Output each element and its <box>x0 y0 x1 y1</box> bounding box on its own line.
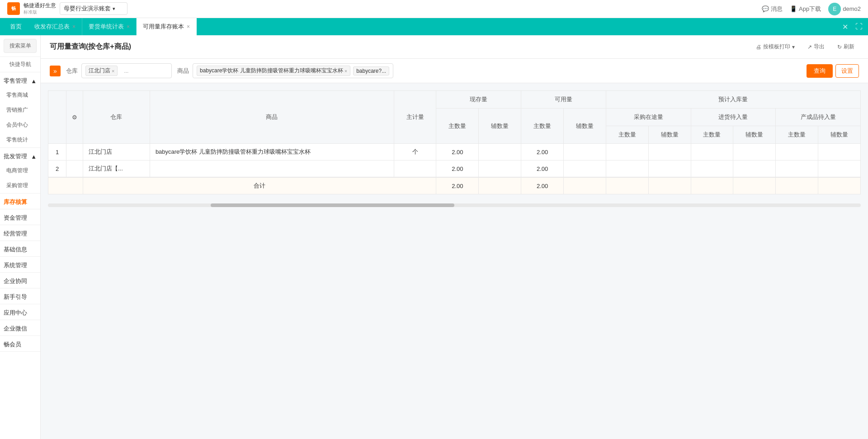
footer-p4 <box>733 177 776 194</box>
table-row: 2 江北门店【... 2.00 2.00 <box>48 160 861 178</box>
print-template-btn[interactable]: 🖨 按模板打印 ▾ <box>751 41 799 53</box>
footer-avail-main: 2.00 <box>521 177 564 194</box>
sidebar-item-retail-shop[interactable]: 零售商城 <box>0 88 40 103</box>
sidebar-group-basic-header[interactable]: 基础信息 <box>0 241 40 256</box>
product-tag-close-1[interactable]: × <box>344 68 347 74</box>
sidebar-group-wechat-header[interactable]: 企业微信 <box>0 320 40 335</box>
data-table: ⚙ 仓库 商品 主计量 现存量 可用量 预计入库量 主数量 辅数量 主数量 辅数… <box>48 90 861 194</box>
sidebar-group-wholesale: 批发管理 ▲ 电商管理 采购管理 <box>0 148 40 194</box>
cell-product-main <box>776 160 818 178</box>
sidebar-group-member2-header[interactable]: 畅会员 <box>0 336 40 351</box>
table-scrollbar[interactable] <box>48 203 861 207</box>
th-available: 可用量 <box>521 91 606 109</box>
table-scroll-thumb[interactable] <box>211 203 454 207</box>
export-icon: ↗ <box>807 44 812 50</box>
sidebar-group-appcenter-header[interactable]: 应用中心 <box>0 304 40 320</box>
warehouse-tag-close-1[interactable]: × <box>112 68 114 74</box>
product-input[interactable]: babycare学饮杯 儿童防摔防撞吸管杯重力球吸嘴杯宝宝水杯 × babyca… <box>193 63 393 78</box>
warehouse-input[interactable]: 江北门店 × ... <box>81 63 172 78</box>
sidebar-item-purchase[interactable]: 采购管理 <box>0 178 40 193</box>
tab-close-receive-send[interactable]: × <box>72 24 75 30</box>
sidebar-group-business: 经营管理 <box>0 225 40 241</box>
footer-p1 <box>606 177 648 194</box>
sidebar-group-enterprise-header[interactable]: 企业协同 <box>0 273 40 288</box>
sidebar-group-newguide: 新手引导 <box>0 288 40 304</box>
sidebar: 搜索菜单 快捷导航 零售管理 ▲ 零售商城 营销推广 会员中心 零售统计 批发管… <box>0 35 41 439</box>
th-forecast-in: 预计入库量 <box>606 91 860 109</box>
close-window-icon[interactable]: ✕ <box>840 21 850 33</box>
sidebar-group-wholesale-header[interactable]: 批发管理 ▲ <box>0 148 40 163</box>
th-avail-main-qty: 主数量 <box>521 109 564 144</box>
footer-empty <box>48 177 83 194</box>
sidebar-group-system-header[interactable]: 系统管理 <box>0 257 40 272</box>
tab-close-order-stat[interactable]: × <box>127 24 130 30</box>
sidebar-group-business-header[interactable]: 经营管理 <box>0 225 40 241</box>
tab-order-stat[interactable]: 要货单统计表 × <box>82 18 137 35</box>
chevron-down-icon: ▾ <box>113 6 115 12</box>
app-icon: 📱 <box>790 5 797 12</box>
th-product: 商品 <box>150 91 394 144</box>
footer-stock-main: 2.00 <box>436 177 479 194</box>
cell-product-aux <box>818 144 861 160</box>
cell-main-unit: 个 <box>394 144 436 160</box>
tab-receive-send[interactable]: 收发存汇总表 × <box>28 18 82 35</box>
settings-btn[interactable]: 设置 <box>835 64 859 78</box>
sidebar-quick-nav[interactable]: 快捷导航 <box>0 57 40 72</box>
sidebar-group-newguide-header[interactable]: 新手引导 <box>0 288 40 304</box>
top-bar-left: 畅 畅捷通好生意 标准版 母婴行业演示账套 ▾ <box>7 2 127 15</box>
refresh-icon: ↻ <box>837 44 842 50</box>
page-header-actions: 🖨 按模板打印 ▾ ↗ 导出 ↻ 刷新 <box>751 41 859 53</box>
sidebar-group-finance-header[interactable]: 资金管理 <box>0 209 40 225</box>
filter-expand-btn[interactable]: » <box>50 66 61 76</box>
product-tag-1: babycare学饮杯 儿童防摔防撞吸管杯重力球吸嘴杯宝宝水杯 × <box>197 66 350 76</box>
chevron-icon-wholesale: ▲ <box>31 153 37 160</box>
export-btn[interactable]: ↗ 导出 <box>803 41 829 53</box>
sidebar-group-retail-header[interactable]: 零售管理 ▲ <box>0 72 40 88</box>
sidebar-item-marketing[interactable]: 营销推广 <box>0 103 40 118</box>
filter-bar: » 仓库 江北门店 × ... 商品 babycare学饮杯 儿童防摔防撞吸管杯… <box>41 59 868 83</box>
footer-stock-aux <box>479 177 521 194</box>
th-stock-main-qty: 主数量 <box>436 109 479 144</box>
cell-purchase-aux <box>648 160 691 178</box>
th-stock-aux-qty: 辅数量 <box>479 109 521 144</box>
tab-close-available-stock[interactable]: × <box>187 24 190 30</box>
th-settings[interactable]: ⚙ <box>66 91 83 144</box>
table-row: 1 江北门店 babycare学饮杯 儿童防摔防撞吸管杯重力球吸嘴杯宝宝水杯 个… <box>48 144 861 160</box>
cell-avail-main: 2.00 <box>521 144 564 160</box>
warehouse-more-btn[interactable]: ... <box>120 66 132 76</box>
page-title: 可用量查询(按仓库+商品) <box>50 42 131 52</box>
message-btn[interactable]: 💬 消息 <box>762 5 783 13</box>
sidebar-item-member[interactable]: 会员中心 <box>0 118 40 132</box>
cell-incoming-main <box>691 160 733 178</box>
cell-incoming-main <box>691 144 733 160</box>
footer-label: 合计 <box>83 177 436 194</box>
sidebar-item-retail-stat[interactable]: 零售统计 <box>0 132 40 147</box>
tab-home[interactable]: 首页 <box>4 18 28 35</box>
cell-avail-aux <box>564 160 606 178</box>
refresh-btn[interactable]: ↻ 刷新 <box>833 41 859 53</box>
query-btn[interactable]: 查询 <box>807 64 833 78</box>
col-settings-icon[interactable]: ⚙ <box>72 114 77 121</box>
app-download-btn[interactable]: 📱 App下载 <box>790 5 821 13</box>
search-menu-btn[interactable]: 搜索菜单 <box>4 39 37 53</box>
sidebar-group-enterprise: 企业协同 <box>0 273 40 288</box>
maximize-icon[interactable]: ⛶ <box>854 21 864 33</box>
main-layout: 搜索菜单 快捷导航 零售管理 ▲ 零售商城 营销推广 会员中心 零售统计 批发管… <box>0 35 868 439</box>
user-menu[interactable]: E demo2 <box>828 3 861 15</box>
tab-available-stock[interactable]: 可用量库存账本 × <box>137 18 197 35</box>
chevron-print-icon: ▾ <box>792 44 795 50</box>
cell-incoming-aux <box>733 144 776 160</box>
chevron-icon-retail: ▲ <box>31 78 37 85</box>
sidebar-group-finance: 资金管理 <box>0 209 40 225</box>
sidebar-group-stock-header[interactable]: 库存核算 <box>0 194 40 209</box>
cell-product-aux <box>818 160 861 178</box>
cell-avail-main: 2.00 <box>521 160 564 178</box>
cell-settings <box>66 144 83 160</box>
cell-product <box>150 160 394 178</box>
footer-p6 <box>818 177 861 194</box>
cell-stock-aux <box>479 160 521 178</box>
page-header: 可用量查询(按仓库+商品) 🖨 按模板打印 ▾ ↗ 导出 ↻ 刷新 <box>41 35 868 59</box>
sidebar-group-member2: 畅会员 <box>0 336 40 352</box>
industry-selector[interactable]: 母婴行业演示账套 ▾ <box>60 2 127 15</box>
sidebar-item-ecom[interactable]: 电商管理 <box>0 163 40 178</box>
